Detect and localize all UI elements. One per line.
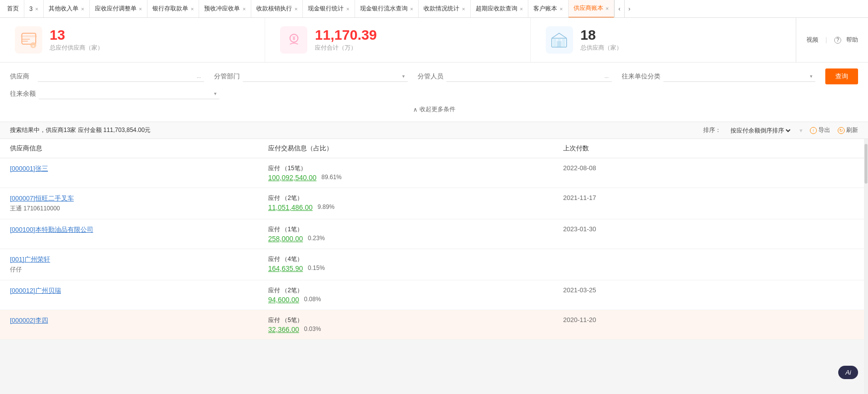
search-button[interactable]: 查询 bbox=[825, 68, 858, 84]
table-row[interactable]: [000007]恒旺二手叉车 王通 17106110000 应付 （2笔） 11… bbox=[0, 188, 868, 219]
balance-filter-label: 往来余额 bbox=[10, 89, 36, 98]
nav-tab-bank-close[interactable]: × bbox=[191, 6, 194, 12]
balance-input-wrapper: ▾ bbox=[39, 88, 219, 99]
nav-tab-cash-flow-close[interactable]: × bbox=[410, 6, 413, 12]
balance-input[interactable] bbox=[42, 90, 214, 97]
transaction-cell: 应付 （1笔） 258,000.00 0.23% bbox=[268, 225, 563, 243]
nav-tab-cash-flow[interactable]: 现金银行流水查询 × bbox=[355, 0, 419, 18]
table-row[interactable]: [000012]广州贝瑞 应付 （2笔） 94,600.00 0.08% 202… bbox=[0, 280, 868, 310]
export-button[interactable]: ↑ 导出 bbox=[810, 126, 830, 134]
stat2-value: 11,170.39 bbox=[315, 28, 377, 43]
sort-select[interactable]: 按应付余额倒序排序 bbox=[728, 127, 792, 134]
supplier-link[interactable]: [000002]李四 bbox=[10, 316, 268, 325]
dept-input[interactable] bbox=[246, 72, 403, 80]
nav-tab-collection-stats-close[interactable]: × bbox=[462, 6, 465, 12]
nav-tab-adjustment[interactable]: 应收应付调整单 × bbox=[90, 0, 147, 18]
nav-tab-supplier-close[interactable]: × bbox=[606, 5, 609, 11]
nav-tab-3-close[interactable]: × bbox=[35, 6, 38, 12]
scrollbar[interactable] bbox=[864, 139, 868, 340]
person-filter-label: 分管人员 bbox=[418, 72, 443, 81]
person-input[interactable] bbox=[449, 72, 604, 80]
nav-next-arrow[interactable]: › bbox=[624, 0, 634, 18]
nav-tab-other-income[interactable]: 其他收入单 × bbox=[44, 0, 89, 18]
transaction-cell: 应付 （4笔） 164,635.90 0.15% bbox=[268, 255, 563, 272]
nav-tab-bank[interactable]: 银行存取款单 × bbox=[147, 0, 199, 18]
nav-tab-other-income-label: 其他收入单 bbox=[49, 4, 78, 13]
nav-tab-other-income-close[interactable]: × bbox=[81, 6, 84, 12]
total-suppliers-icon bbox=[546, 26, 573, 54]
stat3-text: 18 总供应商（家） bbox=[580, 28, 622, 53]
supplier-link[interactable]: [000012]广州贝瑞 bbox=[10, 286, 268, 295]
nav-tab-home-label: 首页 bbox=[7, 4, 19, 13]
nav-tab-payment-exec-label: 收款核销执行 bbox=[256, 4, 292, 13]
nav-tab-adjustment-close[interactable]: × bbox=[139, 6, 142, 12]
nav-tab-prepay-close[interactable]: × bbox=[242, 6, 245, 12]
table-row[interactable]: [001]广州荣轩 仔仔 应付 （4笔） 164,635.90 0.15% bbox=[0, 249, 868, 280]
scrollbar-thumb[interactable] bbox=[865, 144, 868, 184]
nav-prev-arrow[interactable]: ‹ bbox=[614, 0, 624, 18]
supplier-link[interactable]: [000100]本特勤油品有限公司 bbox=[10, 225, 268, 234]
col-last-payment: 上次付数 bbox=[563, 144, 858, 153]
nav-tab-customer-close[interactable]: × bbox=[560, 6, 563, 12]
stat2-label: 应付合计（万） bbox=[315, 44, 377, 52]
nav-tab-payment-exec-close[interactable]: × bbox=[294, 6, 297, 12]
transaction-percent: 0.03% bbox=[304, 326, 321, 332]
supplier-input[interactable] bbox=[41, 72, 197, 80]
nav-tab-supplier[interactable]: 供应商账本 × bbox=[569, 0, 614, 18]
refresh-label: 刷新 bbox=[846, 126, 858, 134]
chevron-up-icon: ∧ bbox=[413, 106, 418, 113]
transaction-amount[interactable]: 94,600.00 bbox=[268, 296, 299, 304]
table-row[interactable]: [000001]张三 应付 （15笔） 100,092,540.00 89.61… bbox=[0, 158, 868, 188]
supplier-dropdown-icon[interactable]: ... bbox=[197, 73, 201, 79]
dept-dropdown-icon[interactable]: ▾ bbox=[402, 73, 405, 79]
refresh-button[interactable]: ↻ 刷新 bbox=[838, 126, 858, 134]
nav-tab-collection-stats[interactable]: 收款情况统计 × bbox=[419, 0, 470, 18]
person-dropdown-icon[interactable]: ... bbox=[604, 73, 608, 79]
nav-tab-collection-stats-label: 收款情况统计 bbox=[424, 4, 459, 13]
nav-tab-cash-stats[interactable]: 现金银行统计 × bbox=[303, 0, 355, 18]
col-supplier-info: 供应商信息 bbox=[10, 144, 268, 153]
video-link[interactable]: 视频 bbox=[806, 36, 818, 44]
supplier-link[interactable]: [000007]恒旺二手叉车 bbox=[10, 194, 268, 203]
help-link[interactable]: 帮助 bbox=[846, 36, 858, 44]
collapse-button[interactable]: ∧ 收起更多条件 bbox=[407, 103, 461, 116]
top-right-links: 视频 ｜ ? 帮助 bbox=[796, 18, 868, 62]
nav-tab-overdue[interactable]: 超期应收款查询 × bbox=[471, 0, 528, 18]
transaction-percent: 0.23% bbox=[308, 235, 325, 242]
transaction-amount[interactable]: 258,000.00 bbox=[268, 235, 303, 243]
filter-supplier: 供应商 ... bbox=[10, 71, 204, 82]
stat-payable-suppliers: ¥ 13 总应付供应商（家） bbox=[0, 18, 265, 62]
transaction-amount[interactable]: 100,092,540.00 bbox=[268, 174, 316, 182]
last-payment: 2022-08-08 bbox=[563, 164, 858, 172]
supplier-sub: 王通 17106110000 bbox=[10, 204, 268, 213]
stat-total-suppliers: 18 总供应商（家） bbox=[531, 18, 796, 62]
payable-total-icon: ¥ bbox=[280, 26, 307, 54]
nav-tab-overdue-close[interactable]: × bbox=[520, 6, 523, 12]
category-dropdown-icon[interactable]: ▾ bbox=[810, 73, 812, 79]
transaction-amount[interactable]: 11,051,486.00 bbox=[268, 203, 313, 211]
sort-label: 排序： bbox=[703, 126, 721, 134]
stat-payable-total: ¥ 11,170.39 应付合计（万） bbox=[265, 18, 530, 62]
supplier-link[interactable]: [000001]张三 bbox=[10, 164, 268, 173]
transaction-amount[interactable]: 32,366.00 bbox=[268, 326, 299, 333]
table-row[interactable]: [000100]本特勤油品有限公司 应付 （1笔） 258,000.00 0.2… bbox=[0, 219, 868, 249]
category-input[interactable] bbox=[666, 72, 810, 80]
collapse-label: 收起更多条件 bbox=[420, 105, 455, 114]
nav-tab-cash-stats-close[interactable]: × bbox=[346, 6, 349, 12]
supplier-link[interactable]: [001]广州荣轩 bbox=[10, 255, 268, 264]
nav-tab-home[interactable]: 首页 bbox=[2, 0, 24, 18]
transaction-label: 应付 （5笔） bbox=[268, 316, 563, 325]
nav-tab-supplier-label: 供应商账本 bbox=[574, 4, 603, 12]
nav-tab-payment-exec[interactable]: 收款核销执行 × bbox=[251, 0, 303, 18]
table-row[interactable]: [000002]李四 应付 （5笔） 32,366.00 0.03% 2020-… bbox=[0, 310, 868, 340]
transaction-amount[interactable]: 164,635.90 bbox=[268, 264, 303, 272]
stats-bar: ¥ 13 总应付供应商（家） ¥ 11,170.39 应付合计（万） bbox=[0, 18, 868, 63]
results-bar: 搜索结果中，供应商13家 应付金额 111,703,854.00元 排序： 按应… bbox=[0, 122, 868, 139]
help-icon: ? bbox=[834, 37, 841, 44]
nav-tab-prepay[interactable]: 预收冲应收单 × bbox=[199, 0, 251, 18]
nav-tab-customer[interactable]: 客户账本 × bbox=[528, 0, 568, 18]
nav-tab-3[interactable]: 3 × bbox=[24, 0, 44, 18]
last-payment: 2021-11-17 bbox=[563, 194, 858, 201]
transaction-cell: 应付 （2笔） 94,600.00 0.08% bbox=[268, 286, 563, 304]
balance-dropdown-icon[interactable]: ▾ bbox=[214, 91, 217, 96]
